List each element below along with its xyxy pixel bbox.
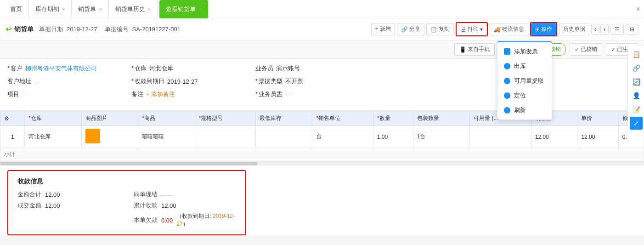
sidebar-icon-2[interactable]: 🔗 [630,62,643,74]
salesperson-field: 业务员盂 — [255,90,347,98]
product-image [85,129,100,143]
share-icon: 🔗 [401,26,408,33]
logistics-button[interactable]: 🚚 物流信息 [490,23,528,35]
tab-sales-history[interactable]: 销货单历史 × [109,0,158,18]
sidebar-icon-6[interactable]: ⤢ [630,117,643,130]
scroll-thumb[interactable] [0,162,258,165]
dropdown-outbound[interactable]: 出库 [497,59,552,74]
address-value: — [34,78,40,85]
col-spec: *规格型号 [195,111,255,126]
tab-view-sales[interactable]: 查看销货单 × [159,0,208,18]
accumulated-payment-label: 累计收款 [134,201,158,210]
row-warehouse: 河北仓库 [25,126,81,148]
order-balance-value: 0.00 [161,217,173,224]
summary-right: 同单现结 —— 累计收款 12.00 本单欠款 0.00 （收款到期日: 201… [134,190,236,228]
table-row: 1 河北仓库 嘻嘻嘻嘻 台 1.00 1台 12.00 12.00 [0,126,644,148]
dropdown-add-invoice[interactable]: 添加发票 [497,44,552,59]
sidebar-icon-5[interactable]: 📝 [630,103,643,116]
due-date-field: 收款到期日 2019-12-27 [131,77,246,85]
copy-icon: 📋 [430,26,437,33]
doc-title-block: ↩ 销货单 [6,25,34,34]
nav-arrows: ‹ › [591,24,609,35]
note-field: 备注 + 添加备注 [131,90,246,98]
summary-left: 金额合计 12.00 成交金额 12.00 [17,190,120,228]
row-product-img [81,126,138,148]
note-label: 备注 [131,90,143,98]
next-button[interactable]: › [600,24,609,35]
customer-value[interactable]: 柳州粤港平安气体有限公司 [25,64,97,73]
dropdown-locate[interactable]: 定位 [497,88,552,103]
warehouse-label: 仓库 [131,64,147,73]
share-button[interactable]: 🔗 分享 [397,23,424,35]
col-min-stock: 最低库存 [256,111,312,126]
row-seq: 1 [0,126,25,148]
locate-icon [504,92,510,99]
close-tab-sales[interactable]: × [99,6,102,12]
row-product: 嘻嘻嘻嘻 [138,126,195,148]
new-button[interactable]: + 新增 [371,23,395,35]
close-tab-inventory[interactable]: × [62,6,65,12]
outbound-icon [504,63,510,69]
print-button[interactable]: 🖨 打印 ▾ [457,23,487,35]
summary-box: 收款信息 金额合计 12.00 成交金额 12.00 同单现结 —— [7,170,246,235]
same-order-settle-value: —— [161,191,173,198]
sidebar-icon-4[interactable]: 👤 [630,89,643,102]
total-amount-value: 12.00 [45,191,60,198]
window-close-button[interactable]: × [636,5,640,13]
effective-icon: ✓ [611,46,616,53]
sidebar-icon-3[interactable]: 🔄 [630,75,643,88]
outbound-label: 出库 [514,62,526,70]
subtotal-label: 小计 [0,148,644,162]
close-tab-view[interactable]: × [198,6,201,12]
row-sales-unit: 台 [312,126,373,148]
address-field: 客户地址 — [7,77,122,85]
summary-title: 收款信息 [17,177,236,186]
doc-meta: 单据日期 2019-12-27 单据编号 SA-20191227-001 [39,25,181,34]
cancelled-button[interactable]: ✓ 已核销 [570,43,602,56]
copy-button[interactable]: 📋 复制 [426,23,454,35]
print-highlight-box: 🖨 打印 ▾ [456,22,488,36]
available-qty-label: 可用量提取 [514,77,544,85]
prev-button[interactable]: ‹ [591,24,599,35]
close-tab-history[interactable]: × [148,6,151,12]
dropdown-refresh[interactable]: 刷新 [497,103,552,118]
row-available [470,126,531,148]
due-date-label: 收款到期日 [131,77,164,85]
tab-inventory-init[interactable]: 库存期初 × [29,0,72,18]
right-sidebar: 📋 🔗 🔄 👤 📝 ⤢ [627,46,644,131]
view-toggle-grid[interactable]: ⊞ [626,24,638,35]
col-unit-price: 单价 [577,111,618,126]
staff-label: 业务员 [255,64,273,73]
dropdown-available-qty[interactable]: 可用量提取 [497,74,552,88]
refresh-label: 刷新 [514,106,526,114]
sales-order-icon: ↩ [6,25,11,34]
salesperson-value: — [285,91,291,98]
horizontal-scrollbar[interactable] [0,162,644,165]
project-value: — [22,91,28,98]
customer-label: 客户 [7,64,23,73]
col-product-img: 商品图片 [81,111,138,126]
tab-sales-order[interactable]: 销货单 × [72,0,108,18]
row-min-stock [256,126,312,148]
salesperson-label: 业务员盂 [255,90,282,98]
from-phone-button[interactable]: 📱 来自手机 [454,43,495,56]
print-icon: 🖨 [461,26,466,33]
tab-home[interactable]: 首页 [4,0,29,18]
ops-button[interactable]: ⊞ 操作 [531,23,556,35]
warehouse-field: 仓库 河北仓库 [131,64,246,73]
view-toggle-list[interactable]: ☰ [610,24,624,35]
due-date-note-date: 2019-12-27 [176,213,235,227]
sidebar-icon-1[interactable]: 📋 [630,48,643,61]
add-note-button[interactable]: + 添加备注 [146,90,175,98]
address-label: 客户地址 [7,77,31,85]
deal-amount-label: 成交金额 [17,201,41,210]
history-button[interactable]: 历史单据 [559,23,589,35]
add-invoice-label: 添加发票 [514,47,538,56]
order-balance-item: 本单欠款 0.00 （收款到期日: 2019-12-27） [134,212,236,228]
total-amount-item: 金额合计 12.00 [17,190,120,199]
col-quantity: *数量 [373,111,413,126]
staff-field: 业务员 演示账号 [255,64,347,73]
ops-highlight-box: ⊞ 操作 [530,22,557,36]
same-order-settle-item: 同单现结 —— [134,190,236,199]
phone-icon: 📱 [459,46,466,53]
